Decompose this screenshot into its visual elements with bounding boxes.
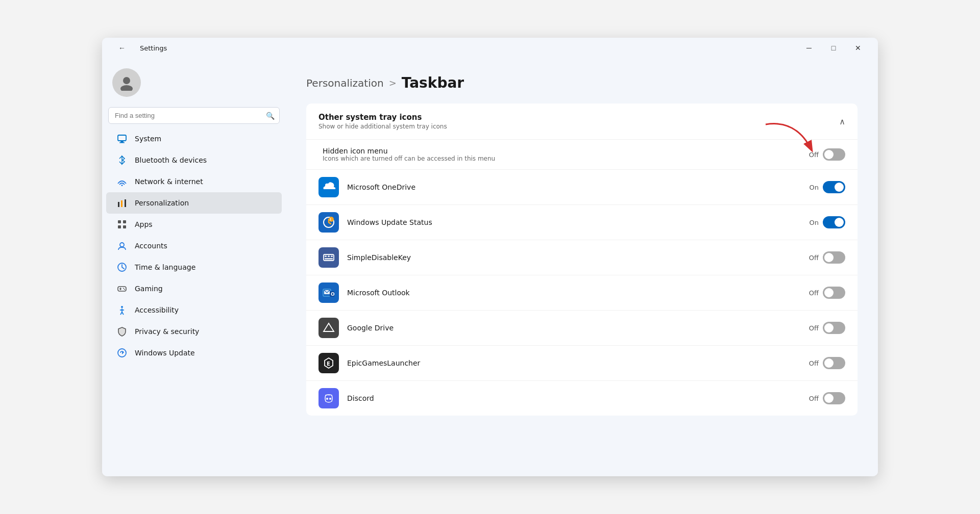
chevron-up-icon: ∧: [839, 117, 845, 126]
sdk-toggle[interactable]: [823, 251, 845, 264]
hidden-icon-menu-sublabel: Icons which are turned off can be access…: [323, 155, 809, 162]
avatar: [112, 68, 141, 97]
setting-row-epic: E EpicGamesLauncher Off: [306, 346, 857, 381]
system-icon: [116, 133, 128, 144]
svg-rect-6: [118, 202, 119, 207]
section-subtitle: Show or hide additional system tray icon…: [318, 123, 447, 130]
sdk-state: Off: [809, 254, 819, 262]
svg-rect-12: [123, 225, 126, 228]
svg-rect-10: [123, 220, 126, 223]
svg-point-42: [326, 398, 328, 400]
breadcrumb: Personalization > Taskbar: [306, 74, 857, 91]
gdrive-label: Google Drive: [347, 324, 809, 332]
svg-point-1: [120, 85, 133, 91]
back-button[interactable]: ←: [110, 40, 134, 56]
svg-rect-34: [325, 258, 333, 260]
breadcrumb-parent[interactable]: Personalization: [306, 77, 384, 89]
section-header[interactable]: Other system tray icons Show or hide add…: [306, 104, 857, 140]
minimize-button[interactable]: ─: [797, 40, 821, 56]
settings-window: ← Settings ─ □ ✕ 🔍: [102, 38, 878, 476]
sidebar-item-network[interactable]: Network & internet: [106, 171, 282, 192]
wus-state: On: [810, 219, 819, 226]
nav-list: System Bluetooth & devices: [102, 128, 286, 364]
discord-state: Off: [809, 395, 819, 402]
hidden-icon-menu-toggle-wrap: Off: [809, 148, 845, 161]
sidebar-item-gaming[interactable]: Gaming: [106, 278, 282, 299]
title-bar-left: ← Settings: [110, 40, 167, 56]
gdrive-toggle[interactable]: [823, 322, 845, 334]
search-box: 🔍: [108, 107, 280, 124]
svg-rect-8: [125, 199, 126, 207]
sidebar-item-apps[interactable]: Apps: [106, 214, 282, 235]
hidden-icon-menu-label: Hidden icon menu: [323, 147, 809, 155]
accessibility-icon: [116, 304, 128, 316]
epic-toggle-wrap: Off: [809, 357, 845, 369]
svg-point-5: [121, 185, 123, 186]
sidebar-item-bluetooth[interactable]: Bluetooth & devices: [106, 149, 282, 171]
update-icon: [116, 347, 128, 358]
window-controls: ─ □ ✕: [797, 40, 870, 56]
setting-row-discord: Discord Off: [306, 381, 857, 416]
onedrive-label: Microsoft OneDrive: [347, 183, 810, 191]
sidebar-item-personalization[interactable]: Personalization: [106, 192, 282, 214]
sidebar-item-time[interactable]: Time & language: [106, 256, 282, 278]
sidebar-item-accessibility[interactable]: Accessibility: [106, 299, 282, 321]
discord-toggle[interactable]: [823, 392, 845, 404]
svg-text:E: E: [327, 361, 330, 367]
wus-toggle[interactable]: [823, 216, 845, 228]
svg-point-18: [123, 288, 124, 289]
setting-row-sdk: SimpleDisableKey Off: [306, 240, 857, 275]
sidebar: 🔍 System: [102, 58, 286, 476]
sidebar-item-accounts[interactable]: Accounts: [106, 235, 282, 256]
sidebar-item-update[interactable]: Windows Update: [106, 342, 282, 364]
sdk-icon: [318, 247, 339, 268]
outlook-label: Microsoft Outlook: [347, 289, 809, 297]
system-tray-section: Other system tray icons Show or hide add…: [306, 104, 857, 416]
epic-label: EpicGamesLauncher: [347, 359, 809, 367]
gdrive-toggle-wrap: Off: [809, 322, 845, 334]
hidden-icon-menu-toggle[interactable]: [823, 148, 845, 161]
close-button[interactable]: ✕: [846, 40, 870, 56]
svg-text:!: !: [330, 218, 331, 222]
svg-rect-32: [328, 255, 330, 257]
gdrive-icon: [318, 318, 339, 338]
svg-point-20: [121, 306, 123, 308]
time-icon: [116, 262, 128, 273]
svg-rect-11: [118, 225, 121, 228]
outlook-toggle-wrap: Off: [809, 287, 845, 299]
svg-point-43: [329, 398, 331, 400]
personalization-icon: [116, 197, 128, 209]
section-title: Other system tray icons: [318, 113, 447, 122]
svg-rect-4: [119, 142, 125, 143]
wus-toggle-wrap: On: [810, 216, 845, 228]
search-input[interactable]: [108, 107, 280, 124]
onedrive-state: On: [810, 184, 819, 191]
bluetooth-icon: [116, 155, 128, 166]
profile-section: [102, 62, 286, 107]
accounts-icon: [116, 240, 128, 251]
svg-rect-7: [121, 200, 122, 207]
sidebar-item-label: Accessibility: [135, 306, 179, 314]
sidebar-item-privacy[interactable]: Privacy & security: [106, 321, 282, 342]
sidebar-item-system[interactable]: System: [106, 128, 282, 149]
svg-point-0: [123, 77, 130, 84]
svg-text:O: O: [331, 292, 335, 297]
section-header-text: Other system tray icons Show or hide add…: [318, 113, 447, 130]
onedrive-toggle[interactable]: [823, 181, 845, 193]
maximize-button[interactable]: □: [822, 40, 845, 56]
privacy-icon: [116, 326, 128, 337]
apps-icon: [116, 219, 128, 230]
sidebar-item-label: Apps: [135, 220, 153, 228]
gaming-icon: [116, 283, 128, 294]
outlook-toggle[interactable]: [823, 287, 845, 299]
svg-marker-39: [324, 323, 334, 331]
discord-icon: [318, 388, 339, 408]
onedrive-toggle-wrap: On: [810, 181, 845, 193]
hidden-icon-menu-state: Off: [809, 151, 819, 159]
epic-toggle[interactable]: [823, 357, 845, 369]
sidebar-item-label: Accounts: [135, 242, 167, 250]
discord-label: Discord: [347, 394, 809, 402]
search-icon: 🔍: [266, 112, 275, 120]
svg-rect-30: [324, 254, 334, 261]
setting-row-hidden-icon-menu: Hidden icon menu Icons which are turned …: [306, 140, 857, 170]
